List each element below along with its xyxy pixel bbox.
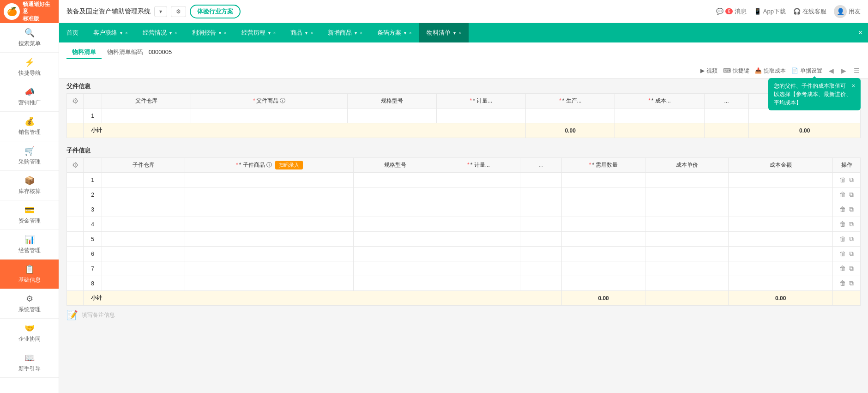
try-button[interactable]: 体验行业方案 — [190, 5, 241, 18]
nav-tab-5[interactable]: 商品 ▾ × — [283, 23, 320, 42]
child-row5-product[interactable] — [185, 232, 354, 247]
settings-btn[interactable]: ⚙ — [171, 6, 186, 17]
remark-placeholder[interactable]: 填写备注信息 — [82, 311, 115, 319]
nav-tab-2[interactable]: 经营情况 ▾ × — [135, 23, 185, 42]
tooltip-close-btn[interactable]: × — [852, 82, 855, 90]
sidebar-item-5[interactable]: 📦库存核算 — [0, 171, 59, 200]
child-row1-copy-btn[interactable]: ⧉ — [848, 175, 855, 185]
child-row5-copy-btn[interactable]: ⧉ — [848, 234, 855, 244]
sub-nav-item-code[interactable]: 物料清单编码 0000005 — [102, 46, 177, 59]
child-row3-warehouse[interactable] — [102, 202, 185, 217]
sidebar-item-4[interactable]: 🛒采购管理 — [0, 141, 59, 171]
child-row7-product[interactable] — [185, 261, 354, 276]
child-row6-unit-price[interactable] — [645, 247, 728, 261]
child-row6-unit[interactable] — [437, 247, 520, 261]
child-row3-unit[interactable] — [437, 202, 520, 217]
nav-tab-3[interactable]: 利润报告 ▾ × — [185, 23, 234, 42]
tab-close-8[interactable]: × — [458, 30, 461, 36]
child-row3-delete-btn[interactable]: 🗑 — [838, 205, 847, 214]
tab-close-1[interactable]: × — [125, 30, 128, 36]
child-row1-spec[interactable] — [354, 173, 437, 187]
child-row1-product[interactable] — [185, 173, 354, 187]
child-row8-unit-price[interactable] — [645, 276, 728, 291]
child-row8-copy-btn[interactable]: ⧉ — [848, 278, 855, 288]
sidebar-item-10[interactable]: 🤝企业协同 — [0, 319, 59, 348]
sidebar-item-8[interactable]: 📋基础信息 — [0, 260, 59, 289]
nav-tab-7[interactable]: 条码方案 ▾ × — [370, 23, 419, 42]
child-row5-warehouse[interactable] — [102, 232, 185, 247]
child-row2-spec[interactable] — [354, 187, 437, 202]
child-row3-spec[interactable] — [354, 202, 437, 217]
child-row3-product[interactable] — [185, 202, 354, 217]
child-row6-delete-btn[interactable]: 🗑 — [838, 249, 847, 258]
parent-row1-warehouse[interactable] — [102, 109, 191, 123]
child-row2-copy-btn[interactable]: ⧉ — [848, 190, 855, 200]
shortcut-btn[interactable]: ⌨快捷键 — [723, 67, 749, 75]
parent-row1-product[interactable] — [191, 109, 347, 123]
sidebar-item-2[interactable]: 📣营销推广 — [0, 82, 59, 112]
child-row3-qty[interactable] — [562, 202, 645, 217]
child-row4-product[interactable] — [185, 217, 354, 232]
child-row1-unit-price[interactable] — [645, 173, 728, 187]
user-avatar[interactable]: 👤 用友 — [834, 5, 861, 18]
child-row2-qty[interactable] — [562, 187, 645, 202]
child-row4-unit-price[interactable] — [645, 217, 728, 232]
child-row1-warehouse[interactable] — [102, 173, 185, 187]
child-row7-unit-price[interactable] — [645, 261, 728, 276]
sidebar-item-1[interactable]: ⚡快捷导航 — [0, 53, 59, 82]
child-row3-copy-btn[interactable]: ⧉ — [848, 205, 855, 214]
nav-tab-4[interactable]: 经营历程 ▾ × — [234, 23, 283, 42]
child-row5-spec[interactable] — [354, 232, 437, 247]
nav-close-all-btn[interactable]: × — [853, 29, 868, 37]
child-row4-copy-btn[interactable]: ⧉ — [848, 219, 855, 229]
child-row8-delete-btn[interactable]: 🗑 — [838, 278, 847, 288]
child-row5-qty[interactable] — [562, 232, 645, 247]
child-row6-qty[interactable] — [562, 247, 645, 261]
sidebar-item-9[interactable]: ⚙系统管理 — [0, 289, 59, 319]
child-row7-warehouse[interactable] — [102, 261, 185, 276]
sidebar-item-11[interactable]: 📖新手引导 — [0, 348, 59, 378]
app-download-btn[interactable]: 📱 App下载 — [754, 7, 786, 16]
child-row2-delete-btn[interactable]: 🗑 — [838, 190, 847, 199]
nav-prev-btn[interactable]: ◀ — [828, 66, 835, 75]
child-row7-delete-btn[interactable]: 🗑 — [838, 264, 847, 273]
sidebar-item-7[interactable]: 📊经营管理 — [0, 230, 59, 260]
child-row5-unit-price[interactable] — [645, 232, 728, 247]
child-row4-spec[interactable] — [354, 217, 437, 232]
dropdown-btn[interactable]: ▾ — [154, 6, 167, 17]
child-row6-copy-btn[interactable]: ⧉ — [848, 249, 855, 259]
child-row3-unit-price[interactable] — [645, 202, 728, 217]
child-row5-delete-btn[interactable]: 🗑 — [838, 234, 847, 243]
sidebar-item-0[interactable]: 🔍搜索菜单 — [0, 23, 59, 53]
extract-cost-btn[interactable]: 📥提取成本 — [755, 67, 786, 75]
parent-row1-production[interactable] — [526, 109, 615, 123]
nav-tab-8[interactable]: 物料清单 ▾ × — [419, 23, 469, 42]
child-row1-qty[interactable] — [562, 173, 645, 187]
sidebar-item-6[interactable]: 💳资金管理 — [0, 200, 59, 230]
child-row8-product[interactable] — [185, 276, 354, 291]
message-btn[interactable]: 💬 6 消息 — [716, 7, 747, 16]
video-btn[interactable]: ▶视频 — [700, 67, 717, 75]
child-row7-unit[interactable] — [437, 261, 520, 276]
online-service-btn[interactable]: 🎧 在线客服 — [793, 7, 826, 16]
tab-close-3[interactable]: × — [224, 30, 227, 36]
tab-close-5[interactable]: × — [310, 30, 313, 36]
child-row2-product[interactable] — [185, 187, 354, 202]
child-row6-spec[interactable] — [354, 247, 437, 261]
child-row1-unit[interactable] — [437, 173, 520, 187]
child-row4-delete-btn[interactable]: 🗑 — [838, 219, 847, 229]
child-row7-copy-btn[interactable]: ⧉ — [848, 264, 855, 273]
child-row8-unit[interactable] — [437, 276, 520, 291]
nav-tab-6[interactable]: 新增商品 ▾ × — [320, 23, 370, 42]
child-row4-qty[interactable] — [562, 217, 645, 232]
child-row4-unit[interactable] — [437, 217, 520, 232]
tab-close-7[interactable]: × — [409, 30, 412, 36]
child-row2-unit[interactable] — [437, 187, 520, 202]
sidebar-item-3[interactable]: 💰销售管理 — [0, 112, 59, 141]
scan-btn[interactable]: 扫码录入 — [275, 161, 303, 169]
child-row8-qty[interactable] — [562, 276, 645, 291]
tab-close-2[interactable]: × — [175, 30, 177, 36]
sub-nav-item-bom[interactable]: 物料清单 — [66, 46, 102, 59]
child-row7-spec[interactable] — [354, 261, 437, 276]
tab-close-4[interactable]: × — [273, 30, 276, 36]
